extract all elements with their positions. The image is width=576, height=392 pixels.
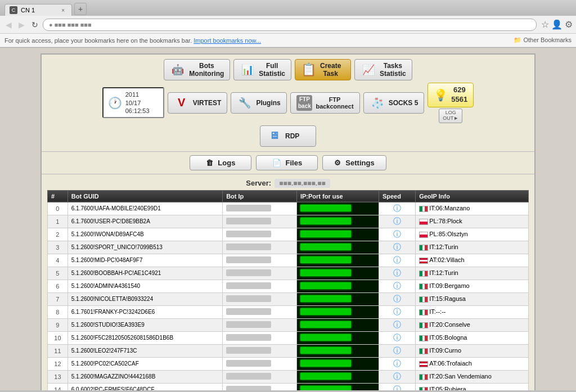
full-statistic-label: Full Statistic bbox=[259, 62, 285, 78]
robot-icon: 🤖 bbox=[170, 62, 186, 78]
table-row[interactable]: 105.1.2600!F5C2812050526081586D1B6BⓘIT:0… bbox=[48, 331, 529, 344]
cell-guid: 5.1.2600!BOOBBAH-PC!AE1C4921 bbox=[68, 267, 222, 280]
browser-tab[interactable]: C CN 1 × bbox=[4, 4, 72, 16]
bookmark-bar: For quick access, place your bookmarks h… bbox=[0, 34, 576, 47]
nav-bar: ◀ ▶ ↻ ● ■■■ ■■■ ■■■ ☆ 👤 ⚙ bbox=[0, 16, 576, 34]
table-row[interactable]: 16.1.7600!USER-PC!D8E9BB2AⓘPL:78:Plock bbox=[48, 215, 529, 228]
cell-ipport bbox=[296, 357, 379, 370]
cell-guid: 5.1.2600!ADMIN!A4361540 bbox=[68, 280, 222, 292]
cell-guid: 6.0.6002!PC-ERMES!F6C48DCF bbox=[68, 383, 222, 390]
cell-geoip: IT:06:Manzano bbox=[416, 202, 529, 215]
full-statistic-button[interactable]: 📊 Full Statistic bbox=[233, 59, 291, 80]
app-window: 🤖 Bots Monitoring 📊 Full Statistic 📋 Cre… bbox=[40, 53, 536, 390]
bots-monitoring-button[interactable]: 🤖 Bots Monitoring bbox=[164, 59, 230, 80]
virtest-button[interactable]: V VIRTEST bbox=[168, 92, 228, 114]
cell-geoip: IT:--:-- bbox=[416, 305, 529, 318]
browser-chrome: C CN 1 × + ◀ ▶ ↻ ● ■■■ ■■■ ■■■ ☆ 👤 ⚙ For… bbox=[0, 0, 576, 48]
refresh-button[interactable]: ↻ bbox=[29, 19, 40, 30]
cell-geoip: IT:20:San Vendemiano bbox=[416, 370, 529, 383]
logout-button[interactable]: LOGOUT► bbox=[439, 109, 462, 123]
table-row[interactable]: 95.1.2600!STUDIO!3EA393E9ⓘIT:20:Conselve bbox=[48, 318, 529, 331]
table-row[interactable]: 86.1.7601!FRANKY-PC!3242D6E6ⓘIT:--:-- bbox=[48, 305, 529, 318]
rdp-button[interactable]: 🖥 RDP bbox=[260, 125, 316, 147]
cell-botip bbox=[223, 305, 297, 318]
cell-speed: ⓘ bbox=[379, 331, 415, 344]
cell-geoip: IT:09:Bergamo bbox=[416, 280, 529, 292]
cell-num: 8 bbox=[48, 305, 68, 318]
table-row[interactable]: 135.1.2600!MAGAZZINO!4442168BⓘIT:20:San … bbox=[48, 370, 529, 383]
new-tab-button[interactable]: + bbox=[74, 3, 87, 15]
task-icon: 📋 bbox=[301, 62, 317, 78]
nav-icons: ☆ 👤 ⚙ bbox=[541, 19, 573, 30]
cell-num: 9 bbox=[48, 318, 68, 331]
info-area: 💡 629 5561 LOGOUT► bbox=[428, 83, 474, 123]
table-row[interactable]: 146.0.6002!PC-ERMES!F6C48DCFⓘIT:05:Rubie… bbox=[48, 383, 529, 390]
cell-ipport bbox=[296, 241, 379, 254]
create-task-label: Create Task bbox=[320, 62, 341, 78]
cell-guid: 5.1.2600!PC02!CA502CAF bbox=[68, 357, 222, 370]
cell-geoip: AT:02:Villach bbox=[416, 254, 529, 267]
profile-icon[interactable]: 👤 bbox=[551, 19, 562, 30]
import-bookmarks-link[interactable]: Import bookmarks now... bbox=[194, 37, 261, 44]
address-text: ● ■■■ ■■■ ■■■ bbox=[49, 21, 92, 28]
server-ip: ■■■.■■.■■■.■■ bbox=[274, 179, 330, 188]
table-row[interactable]: 65.1.2600!ADMIN!A4361540ⓘIT:09:Bergamo bbox=[48, 280, 529, 292]
table-row[interactable]: 35.1.2600!SPORT_UNICO!7099B513ⓘIT:12:Tur… bbox=[48, 241, 529, 254]
cell-guid: 5.1.2600!IWONA!D89AFC4B bbox=[68, 228, 222, 241]
table-row[interactable]: 75.1.2600!NICOLETTA!B0933224ⓘIT:15:Ragus… bbox=[48, 292, 529, 305]
table-row[interactable]: 125.1.2600!PC02!CA502CAFⓘAT:06:Trofaiach bbox=[48, 357, 529, 370]
cell-geoip: IT:09:Curno bbox=[416, 344, 529, 357]
settings-gear-icon: ⚙ bbox=[334, 159, 341, 167]
tab-favicon: C bbox=[10, 6, 17, 14]
cell-geoip: IT:05:Rubiera bbox=[416, 383, 529, 390]
info-numbers: 629 5561 bbox=[451, 85, 467, 105]
cell-botip bbox=[223, 318, 297, 331]
back-button[interactable]: ◀ bbox=[3, 19, 14, 30]
cell-guid: 5.1.2600!LEO2!247F713C bbox=[68, 344, 222, 357]
cell-guid: 5.1.2600!MID-PC!048AF9F7 bbox=[68, 254, 222, 267]
cell-geoip: AT:06:Trofaiach bbox=[416, 357, 529, 370]
tasks-statistic-button[interactable]: 📈 Tasks Statistic bbox=[354, 59, 412, 80]
cell-speed: ⓘ bbox=[379, 344, 415, 357]
cell-num: 12 bbox=[48, 357, 68, 370]
cell-ipport bbox=[296, 344, 379, 357]
v-icon: V bbox=[174, 95, 190, 111]
cell-ipport bbox=[296, 370, 379, 383]
cell-speed: ⓘ bbox=[379, 370, 415, 383]
create-task-button[interactable]: 📋 Create Task bbox=[295, 59, 351, 80]
tab-close-button[interactable]: × bbox=[61, 7, 65, 13]
cell-botip bbox=[223, 357, 297, 370]
plugins-button[interactable]: 🔧 Plugins bbox=[231, 92, 287, 114]
chart-icon: 📊 bbox=[240, 62, 255, 78]
files-button[interactable]: 📄 Files bbox=[256, 155, 318, 170]
datetime-text: 2011 10/17 06:12:53 bbox=[125, 91, 150, 115]
address-bar[interactable]: ● ■■■ ■■■ ■■■ bbox=[43, 19, 537, 31]
server-line: Server: ■■■.■■.■■■.■■ bbox=[42, 177, 534, 190]
table-row[interactable]: 55.1.2600!BOOBBAH-PC!AE1C4921ⓘIT:12:Turi… bbox=[48, 267, 529, 280]
cell-botip bbox=[223, 254, 297, 267]
data-table-wrap: # Bot GUID Bot Ip IP:Port for use Speed … bbox=[42, 190, 534, 390]
cell-guid: 6.1.7601!FRANKY-PC!3242D6E6 bbox=[68, 305, 222, 318]
other-bookmarks[interactable]: 📁 Other Bookmarks bbox=[514, 37, 572, 44]
cell-speed: ⓘ bbox=[379, 228, 415, 241]
settings-button[interactable]: ⚙ Settings bbox=[322, 155, 386, 170]
table-row[interactable]: 06.1.7600!UAFA-MOBILE!240E99D1ⓘIT:06:Man… bbox=[48, 202, 529, 215]
cell-num: 13 bbox=[48, 370, 68, 383]
info-icon: 💡 bbox=[434, 88, 448, 102]
forward-button[interactable]: ▶ bbox=[16, 19, 27, 30]
ftp-button[interactable]: FTPback FTPbackconnect bbox=[290, 92, 359, 114]
socks5-button[interactable]: 🧦 SOCKS 5 bbox=[363, 92, 425, 114]
table-row[interactable]: 115.1.2600!LEO2!247F713CⓘIT:09:Curno bbox=[48, 344, 529, 357]
logs-button[interactable]: 🗑 Logs bbox=[190, 155, 251, 170]
cell-ipport bbox=[296, 318, 379, 331]
tab-bar: C CN 1 × + bbox=[0, 0, 576, 16]
table-row[interactable]: 25.1.2600!IWONA!D89AFC4BⓘPL:85:Olsztyn bbox=[48, 228, 529, 241]
table-row[interactable]: 45.1.2600!MID-PC!048AF9F7ⓘAT:02:Villach bbox=[48, 254, 529, 267]
cell-geoip: IT:05:Bologna bbox=[416, 331, 529, 344]
settings-icon[interactable]: ⚙ bbox=[565, 19, 573, 30]
cell-num: 4 bbox=[48, 254, 68, 267]
rdp-icon: 🖥 bbox=[266, 128, 282, 144]
tab-title: CN 1 bbox=[21, 7, 35, 13]
star-icon[interactable]: ☆ bbox=[541, 19, 549, 30]
plugins-label: Plugins bbox=[256, 99, 280, 107]
